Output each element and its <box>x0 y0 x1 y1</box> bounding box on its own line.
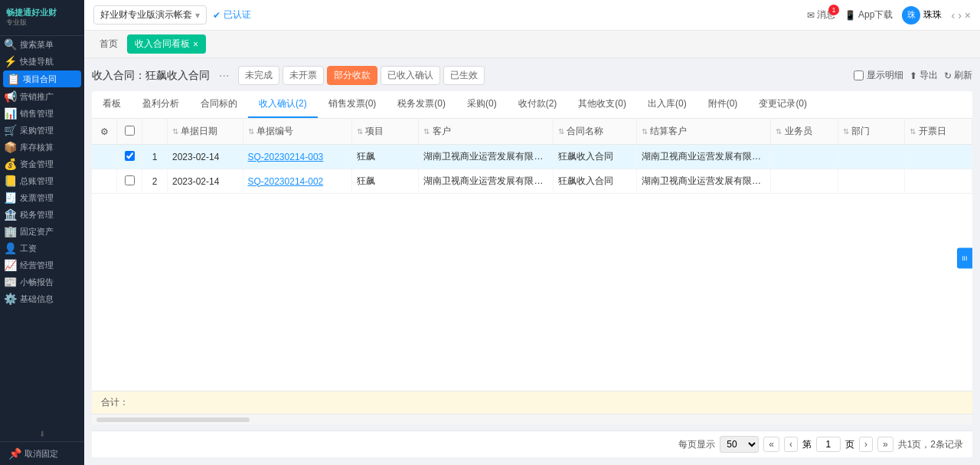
settings-icon[interactable]: ⚙ <box>100 126 109 137</box>
status-btn-1[interactable]: 未开票 <box>283 66 324 85</box>
page-input[interactable] <box>816 437 841 452</box>
export-label: 导出 <box>920 69 938 82</box>
th-customer: ⇅ 客户 <box>419 119 553 145</box>
tab-home[interactable]: 首页 <box>93 34 124 54</box>
next-page-btn[interactable]: › <box>859 437 873 452</box>
row-check-1[interactable] <box>117 169 142 194</box>
sidebar-item-fixed-assets[interactable]: 🏢 固定资产 <box>0 223 84 240</box>
table-row[interactable]: 1 2023-02-14 SQ-20230214-003 狂飙 湖南卫视商业运营… <box>92 145 972 169</box>
th-dept: ⇅ 部门 <box>838 119 905 145</box>
status-btn-2[interactable]: 部分收款 <box>327 66 377 85</box>
per-page-select[interactable]: 50 100 200 <box>720 436 759 453</box>
report-icon: 📰 <box>3 275 17 289</box>
th-settings: ⚙ <box>92 119 117 145</box>
status-btn-0[interactable]: 未完成 <box>238 66 279 85</box>
subtab-0[interactable]: 看板 <box>92 91 132 118</box>
sidebar-item-hr[interactable]: 👤 工资 <box>0 240 84 257</box>
sidebar-item-marketing[interactable]: 📢 营销推广 <box>0 88 84 105</box>
subtab-2[interactable]: 合同标的 <box>190 91 248 118</box>
status-btn-3[interactable]: 已收入确认 <box>381 66 440 85</box>
tax-icon: 🏦 <box>3 208 17 221</box>
quick-nav-label: 快捷导航 <box>20 56 54 67</box>
total-label: 合计： <box>101 396 129 409</box>
table-row[interactable]: 2 2023-02-14 SQ-20230214-002 狂飙 湖南卫视商业运营… <box>92 169 972 194</box>
tab-income-contract[interactable]: 收入合同看板 × <box>127 34 206 54</box>
th-bill-no: ⇅ 单据编号 <box>243 119 351 145</box>
th-project: ⇅ 项目 <box>351 119 419 145</box>
user-info[interactable]: 珠 珠珠 <box>902 6 942 25</box>
row-billno-0[interactable]: SQ-20230214-003 <box>243 145 351 169</box>
sidebar-item-funds[interactable]: 💰 资金管理 <box>0 156 84 172</box>
row-check-0[interactable] <box>117 145 142 169</box>
unpin-button[interactable]: 📌 取消固定 <box>0 441 84 465</box>
subtab-7[interactable]: 收付款(2) <box>508 91 568 118</box>
sidebar-item-report[interactable]: 📰 小畅报告 <box>0 273 84 290</box>
subtab-9[interactable]: 出入库(0) <box>637 91 697 118</box>
show-detail-checkbox[interactable] <box>854 70 864 80</box>
fixed-assets-icon: 🏢 <box>3 224 17 238</box>
sidebar-item-project-contract[interactable]: 📋 项目合同 <box>3 70 81 87</box>
refresh-btn[interactable]: ↻ 刷新 <box>944 69 972 82</box>
sidebar-item-inventory[interactable]: 📦 库存核算 <box>0 139 84 156</box>
table-container[interactable]: ⚙ ⇅ 单据日期 ⇅ 单据编号 ⇅ 项目 ⇅ 客户 ⇅ 合同名称 ⇅ 结算客户 … <box>92 119 972 391</box>
more-actions-btn[interactable]: ··· <box>216 69 232 83</box>
subtab-3[interactable]: 收入确认(2) <box>248 91 318 118</box>
search-menu[interactable]: 🔍 搜索菜单 <box>0 36 84 53</box>
notification-badge: 1 <box>828 5 839 15</box>
subtab-8[interactable]: 其他收支(0) <box>567 91 637 118</box>
subtab-4[interactable]: 销售发票(0) <box>318 91 387 118</box>
funds-label: 资金管理 <box>20 159 54 170</box>
sidebar-item-invoice[interactable]: 🧾 发票管理 <box>0 189 84 206</box>
main-area: 好业财专业版演示帐套 ▾ ✔ 已认证 ✉ 消息 1 📱 App下载 珠 珠珠 ‹ <box>84 0 980 465</box>
status-btn-4[interactable]: 已生效 <box>443 66 485 85</box>
company-selector[interactable]: 好业财专业版演示帐套 ▾ <box>93 5 207 25</box>
th-date: ⇅ 单据日期 <box>167 119 243 145</box>
total-pages: 共1页，2条记录 <box>898 438 963 451</box>
th-bill-date: ⇅ 开票日 <box>905 119 972 145</box>
message-btn[interactable]: ✉ 消息 1 <box>807 8 835 21</box>
row-project-0: 狂飙 <box>351 145 419 169</box>
first-page-btn[interactable]: « <box>763 437 779 452</box>
sidebar-item-basic[interactable]: ⚙️ 基础信息 <box>0 290 84 307</box>
th-num <box>142 119 168 145</box>
last-page-btn[interactable]: » <box>877 437 893 452</box>
page-title: 收入合同：狂飙收入合同 <box>92 69 210 83</box>
th-contract: ⇅ 合同名称 <box>553 119 636 145</box>
float-btn-icon: ≡ <box>959 255 970 260</box>
subtab-1[interactable]: 盈利分析 <box>132 91 190 118</box>
user-avatar: 珠 <box>902 6 920 25</box>
row-staff-0 <box>771 145 838 169</box>
row-date-0: 2023-02-14 <box>167 145 243 169</box>
records-table: ⚙ ⇅ 单据日期 ⇅ 单据编号 ⇅ 项目 ⇅ 客户 ⇅ 合同名称 ⇅ 结算客户 … <box>92 119 972 194</box>
subtab-10[interactable]: 附件(0) <box>697 91 749 118</box>
right-float-btn[interactable]: ≡ <box>957 247 972 268</box>
subtabs: 看板盈利分析合同标的收入确认(2)销售发票(0)税务发票(0)采购(0)收付款(… <box>92 91 972 119</box>
nav-forward-btn[interactable]: › <box>958 9 962 21</box>
show-detail-toggle[interactable]: 显示明细 <box>854 69 903 82</box>
quick-nav[interactable]: ⚡ 快捷导航 <box>0 53 84 70</box>
quick-nav-icon: ⚡ <box>3 54 17 68</box>
search-label: 搜索菜单 <box>20 39 54 51</box>
sidebar-item-tax[interactable]: 🏦 税务管理 <box>0 206 84 223</box>
row-billno-1[interactable]: SQ-20230214-002 <box>243 169 351 194</box>
sidebar-item-general-ledger[interactable]: 📒 总账管理 <box>0 172 84 189</box>
select-all-checkbox[interactable] <box>125 126 135 136</box>
nav-back-btn[interactable]: ‹ <box>951 9 955 21</box>
sidebar-item-ops[interactable]: 📈 经营管理 <box>0 257 84 273</box>
tab-close-icon[interactable]: × <box>193 39 198 50</box>
purchase-icon: 🛒 <box>3 123 17 137</box>
basic-label: 基础信息 <box>20 293 54 305</box>
subtab-11[interactable]: 变更记录(0) <box>748 91 818 118</box>
prev-page-btn[interactable]: ‹ <box>784 437 798 452</box>
user-name: 珠珠 <box>923 8 942 21</box>
subtab-5[interactable]: 税务发票(0) <box>387 91 456 118</box>
app-download-btn[interactable]: 📱 App下载 <box>844 8 893 21</box>
subtab-6[interactable]: 采购(0) <box>456 91 508 118</box>
export-btn[interactable]: ⬆ 导出 <box>910 69 938 82</box>
sidebar-item-purchase[interactable]: 🛒 采购管理 <box>0 122 84 139</box>
window-close-btn[interactable]: × <box>965 9 971 21</box>
sidebar-item-sales[interactable]: 📊 销售管理 <box>0 105 84 122</box>
row-settled-1: 湖南卫视商业运营发展有限公司 <box>637 169 771 194</box>
row-num-0: 1 <box>142 145 168 169</box>
row-billdate-1 <box>905 169 972 194</box>
